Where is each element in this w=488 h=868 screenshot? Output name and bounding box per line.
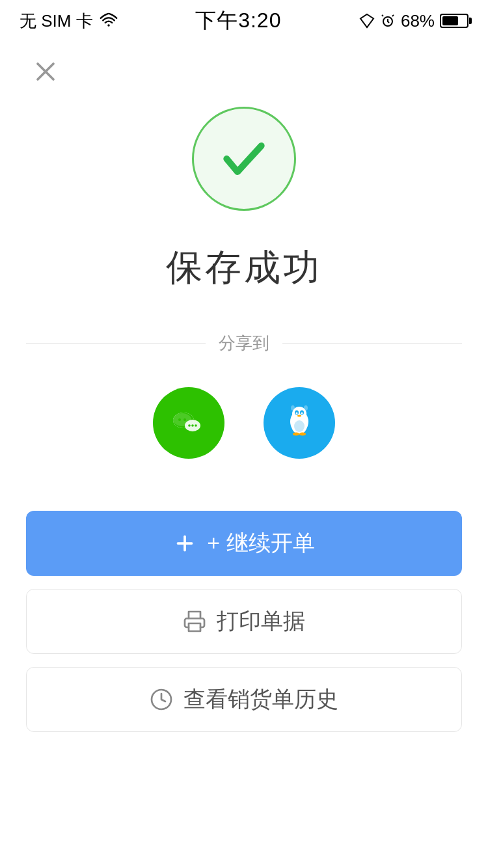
battery-percent: 68% (401, 11, 435, 31)
svg-rect-28 (189, 623, 200, 631)
success-circle (192, 107, 296, 211)
status-left: 无 SIM 卡 (20, 10, 118, 33)
plus-icon (173, 532, 197, 555)
wifi-icon (100, 12, 118, 30)
svg-point-0 (107, 24, 110, 27)
svg-point-23 (299, 433, 306, 436)
checkmark-icon (218, 133, 270, 185)
print-icon (183, 610, 206, 633)
continue-button[interactable]: + 继续开单 (26, 511, 462, 576)
share-divider: 分享到 (26, 332, 462, 355)
main-content: 保存成功 分享到 (0, 42, 488, 732)
svg-point-18 (301, 413, 303, 414)
svg-point-25 (304, 405, 308, 411)
svg-point-21 (294, 420, 305, 432)
svg-point-22 (293, 433, 299, 436)
status-right: 68% (359, 11, 468, 31)
svg-point-17 (296, 413, 298, 414)
status-time: 下午3:20 (195, 7, 281, 35)
success-title: 保存成功 (166, 243, 322, 293)
history-button[interactable]: 查看销货单历史 (26, 667, 462, 732)
share-section: 分享到 (0, 332, 488, 459)
svg-point-12 (195, 424, 197, 427)
wechat-icon (168, 402, 210, 444)
battery-icon (440, 14, 468, 28)
wechat-share-button[interactable] (153, 387, 224, 459)
svg-point-10 (188, 424, 191, 427)
svg-point-24 (291, 405, 295, 411)
share-icons (26, 387, 462, 459)
status-bar: 无 SIM 卡 下午3:20 68% (0, 0, 488, 42)
svg-point-7 (178, 418, 181, 421)
alarm-icon (380, 13, 396, 29)
action-buttons: + 继续开单 打印单据 查看销货单历史 (0, 511, 488, 732)
share-label: 分享到 (219, 332, 269, 355)
location-icon (359, 13, 375, 29)
svg-point-11 (191, 424, 194, 427)
close-button[interactable] (26, 52, 65, 91)
print-button[interactable]: 打印单据 (26, 589, 462, 654)
sim-status: 无 SIM 卡 (20, 10, 93, 33)
qq-icon (278, 402, 320, 444)
svg-point-8 (183, 418, 186, 421)
close-icon (34, 60, 57, 83)
qq-share-button[interactable] (264, 387, 335, 459)
history-icon (150, 688, 173, 711)
svg-point-19 (297, 415, 301, 417)
